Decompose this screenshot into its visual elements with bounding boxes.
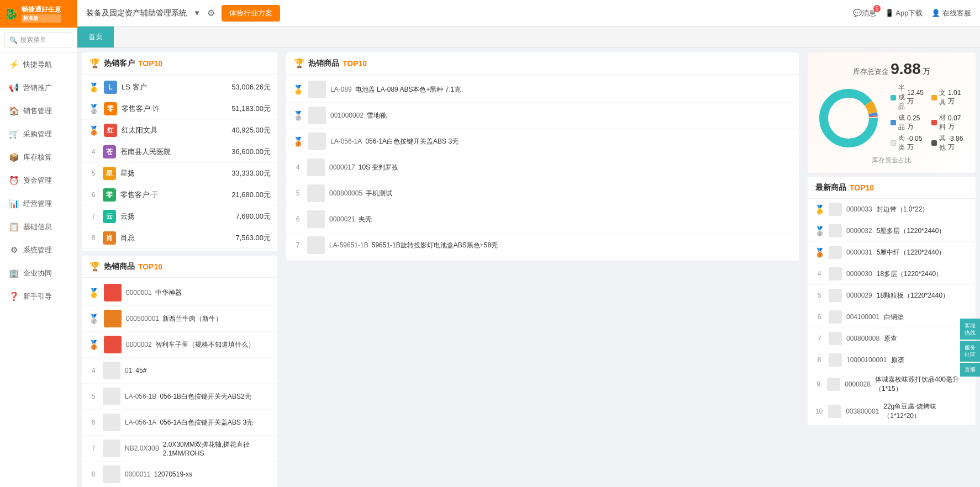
newest-medal-1: 🥇 [814,204,824,215]
sidebar-item-basic[interactable]: 📋 基础信息 [0,215,77,239]
message-badge[interactable]: 💬 6 消息 [853,8,876,18]
product-name-7: 2.0X30MM双搓花轴,搓花直径2.1MM/ROHS [163,440,271,457]
customer-rank-4: 4 苍 苍南县人民医院 36,600.00元 [82,141,277,163]
sidebar-item-inventory[interactable]: 📦 库存核算 [0,146,77,169]
pr-thumb-2 [308,107,326,124]
legend-dot-1 [891,95,896,100]
sidebar-item-finance[interactable]: ⏰ 资金管理 [0,169,77,192]
float-service-community[interactable]: 服务社区 [960,341,980,362]
sidebar-item-sales[interactable]: 🏠 销售管理 [0,99,77,123]
tab-home[interactable]: 首页 [77,27,114,47]
legend-item-4: 材料 0.07 万 [931,113,968,132]
left-section: 🏆 热销客户 TOP10 🥇 L LS 客户 53,006.26元 [77,48,282,487]
product-code-8: 0000011 [125,470,151,478]
sales-icon: 🏠 [9,106,19,116]
rank-num-4: 4 [88,148,98,156]
pr-name-4: 10S 变判罗孜 [359,163,399,172]
newest-item-2: 🥈 0000032 5厘多层（1220*2440） [808,220,976,242]
home-tab-label: 首页 [88,33,103,41]
avatar-6: 零 [103,188,116,202]
newest-code-10: 003800001 [846,407,879,415]
newest-thumb-7 [829,332,842,345]
search-menu-button[interactable]: 🔍 搜索菜单 [4,32,72,48]
sidebar-item-purchase[interactable]: 🛒 采购管理 [0,123,77,146]
newest-item-9: 9 0000028 体城嘉枚味苏打饮品400毫升（1*15） [808,371,976,398]
product-info-5: LA-056-1B 056-1B白色按键开关壳ABS2壳 [125,392,271,401]
hot-medal-2: 🥈 [88,314,99,324]
app-download-link[interactable]: 📱 App下载 [885,8,923,18]
pr-info-4: 0000017 10S 变判罗孜 [329,163,792,172]
product-name-5: 056-1B白色按键开关壳ABS2壳 [160,392,251,401]
hot-product-6: 6 LA-056-1A 056-1A白色按键开关盖ABS 3壳 [82,410,277,436]
newest-item-5: 5 0000029 18颗粒板（1220*2440） [808,285,976,306]
pr-info-3: LA-056-1A 056-1A白色按键开关盖ABS 3壳 [330,137,792,146]
legend-name-4: 材料 [939,113,946,132]
pr-thumb-6 [307,210,325,228]
pr-name-6: 夹壳 [359,215,372,224]
pr-info-7: LA-59651-1B 59651-1B旋转投影灯电池盒ABS黑色+58壳 [329,241,792,250]
customer-amount-1: 53,006.26元 [231,82,271,92]
newest-thumb-6 [829,310,842,324]
rank-num-5: 5 [88,170,98,177]
newest-item-6: 6 004100001 白钢垫 [808,306,976,328]
product-info-8: 0000011 12070519-xs [125,470,271,478]
customer-amount-6: 21,680.00元 [231,190,271,200]
trial-button[interactable]: 体验行业方案 [222,5,280,22]
legend-name-2: 文具 [939,88,946,107]
legend-item-5: 肉类 -0.05 万 [891,134,927,152]
system-dropdown-button[interactable]: ▼ [193,9,201,17]
online-service-link[interactable]: 👤 在线客服 [931,8,971,18]
sidebar-item-system[interactable]: ⚙ 系统管理 [0,239,77,262]
settings-button[interactable]: ⚙ [207,8,215,18]
product-ranking-right-list: 🥇 LA-089 电池盖 LA-089 ABS本色+黑种 7.1克 🥈 [286,75,799,261]
newest-medal-3: 🥉 [814,247,824,258]
newest-thumb-4 [829,267,842,280]
sidebar-item-marketing[interactable]: 📢 营销推广 [0,76,77,99]
newest-code-6: 004100001 [846,313,879,321]
phone-icon: 📱 [885,9,894,17]
search-icon: 🔍 [9,36,18,44]
prod-right-7: 7 LA-59651-1B 59651-1B旋转投影灯电池盒ABS黑色+58壳 [286,232,799,258]
header: 装备及固定资产辅助管理系统 ▼ ⚙ 体验行业方案 💬 6 消息 📱 App下载 … [77,0,980,27]
newest-name-7: 原查 [884,334,897,343]
product-code-2: 000500001 [126,315,159,322]
product-name-4: 45# [135,367,146,374]
customer-name-5: 星扬 [120,168,227,178]
newest-products-title: 最新商品 [815,183,846,193]
product-info-4: 01 45# [125,367,271,374]
purchase-icon: 🛒 [9,129,19,139]
customer-rank-8: 8 肖 肖总 7,563.00元 [82,227,277,249]
sidebar-item-operation[interactable]: 📊 经营管理 [0,192,77,215]
product-thumb-5 [103,388,120,405]
sidebar-item-shortcut[interactable]: ⚡ 快捷导航 [0,53,77,76]
newest-item-8: 8 10000100001 原垄 [808,350,976,371]
sidebar-item-label: 经营管理 [23,199,52,209]
medal-2: 🥈 [88,104,99,114]
hot-product-3: 🥉 0000002 智利车子里（规格不知道填什么） [82,332,277,358]
hot-medal-3: 🥉 [88,340,99,350]
sidebar-search-area[interactable]: 🔍 搜索菜单 [0,28,77,53]
pr-code-6: 0000021 [329,215,355,223]
float-customer-service[interactable]: 客服热线 [960,319,980,340]
newest-thumb-2 [829,224,842,237]
product-name-1: 中华神器 [155,288,182,298]
rank-num-7: 7 [88,213,98,220]
sidebar-item-guide[interactable]: ❓ 新手引导 [0,285,77,308]
customer-name-6: 零售客户·于 [120,190,227,200]
pr-info-1: LA-089 电池盖 LA-089 ABS本色+黑种 7.1克 [330,85,792,94]
product-ranking-right-badge: TOP10 [343,59,367,68]
enterprise-icon: 🏢 [9,268,19,278]
prod-right-5: 5 000800005 手机测试 [286,181,799,207]
customer-name-3: 红太阳文具 [122,125,227,135]
inventory-total: 库存总资金 9.88 万 [815,60,968,78]
customer-name-1: LS 客户 [122,82,227,92]
product-thumb-8 [103,465,120,483]
sidebar-item-label: 资金管理 [23,176,52,186]
content-area: 🏆 热销客户 TOP10 🥇 L LS 客户 53,006.26元 [77,48,980,487]
sidebar-item-enterprise[interactable]: 🏢 企业协同 [0,262,77,285]
product-thumb-6 [103,414,120,431]
customer-amount-8: 7,563.00元 [235,233,271,243]
sidebar-item-label: 营销推广 [23,83,52,93]
newest-thumb-3 [829,246,842,259]
float-live[interactable]: 直播 [960,363,980,377]
